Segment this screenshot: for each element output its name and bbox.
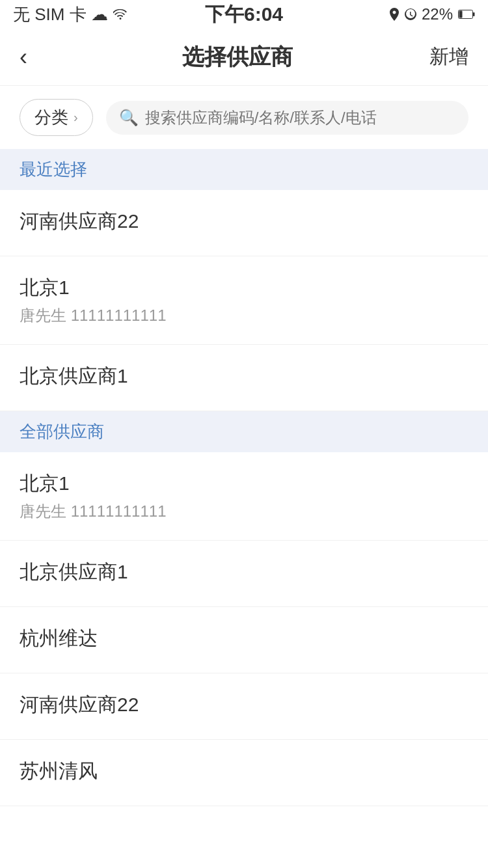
battery-icon bbox=[458, 10, 475, 19]
supplier-name: 河南供应商22 bbox=[20, 692, 468, 718]
back-button[interactable]: ‹ bbox=[20, 44, 59, 71]
list-item[interactable]: 河南供应商22 bbox=[0, 673, 488, 740]
status-bar: 无 SIM 卡 ☁ 下午6:04 22% bbox=[0, 0, 488, 29]
supplier-contact: 唐先生 11111111111 bbox=[20, 305, 468, 326]
status-bar-left: 无 SIM 卡 ☁ bbox=[13, 3, 128, 26]
add-button[interactable]: 新增 bbox=[416, 44, 468, 70]
section-header-recent: 最近选择 bbox=[0, 149, 488, 190]
page-title: 选择供应商 bbox=[182, 42, 293, 72]
supplier-name: 杭州维达 bbox=[20, 625, 468, 652]
list-item[interactable]: 河南供应商22 bbox=[0, 190, 488, 256]
supplier-name: 北京1 bbox=[20, 275, 468, 301]
filter-bar: 分类 › 🔍 bbox=[0, 86, 488, 149]
chevron-right-icon: › bbox=[74, 110, 78, 125]
list-item[interactable]: 杭州维达 bbox=[0, 607, 488, 673]
battery-status: 22% bbox=[422, 5, 453, 23]
category-label: 分类 bbox=[34, 106, 68, 129]
status-bar-right: 22% bbox=[389, 5, 475, 23]
list-item[interactable]: 北京供应商1 bbox=[0, 541, 488, 607]
wifi-icon bbox=[113, 9, 128, 20]
list-item[interactable]: 北京供应商1 bbox=[0, 345, 488, 411]
nav-bar: ‹ 选择供应商 新增 bbox=[0, 29, 488, 86]
list-item[interactable]: 苏州清风 bbox=[0, 740, 488, 806]
svg-rect-1 bbox=[459, 11, 463, 18]
search-box: 🔍 bbox=[106, 101, 468, 135]
sim-status: 无 SIM 卡 ☁ bbox=[13, 3, 108, 26]
supplier-name: 北京1 bbox=[20, 470, 468, 497]
category-filter[interactable]: 分类 › bbox=[20, 99, 93, 136]
status-bar-time: 下午6:04 bbox=[205, 1, 283, 28]
search-input[interactable] bbox=[145, 109, 455, 127]
supplier-name: 北京供应商1 bbox=[20, 363, 468, 390]
content: 最近选择河南供应商22北京1唐先生 11111111111北京供应商1全部供应商… bbox=[0, 149, 488, 806]
supplier-name: 北京供应商1 bbox=[20, 559, 468, 586]
supplier-name: 河南供应商22 bbox=[20, 208, 468, 235]
svg-rect-2 bbox=[473, 12, 475, 16]
search-icon: 🔍 bbox=[119, 109, 139, 127]
section-header-all: 全部供应商 bbox=[0, 411, 488, 452]
list-item[interactable]: 北京1唐先生 11111111111 bbox=[0, 452, 488, 541]
alarm-icon bbox=[405, 8, 416, 20]
supplier-name: 苏州清风 bbox=[20, 758, 468, 785]
location-icon bbox=[389, 8, 400, 21]
list-item[interactable]: 北京1唐先生 11111111111 bbox=[0, 256, 488, 345]
supplier-contact: 唐先生 11111111111 bbox=[20, 501, 468, 522]
